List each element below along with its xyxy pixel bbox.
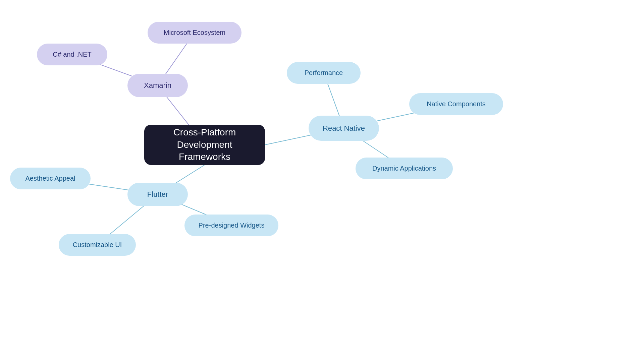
xamarin-node[interactable]: Xamarin [127, 74, 188, 97]
dynamic-applications-node[interactable]: Dynamic Applications [356, 158, 453, 179]
flutter-node[interactable]: Flutter [127, 183, 188, 206]
aesthetic-appeal-node[interactable]: Aesthetic Appeal [10, 168, 91, 189]
native-components-node[interactable]: Native Components [409, 93, 503, 115]
csharp-dotnet-node[interactable]: C# and .NET [37, 44, 107, 65]
predesigned-widgets-node[interactable]: Pre-designed Widgets [184, 215, 278, 236]
react-native-node[interactable]: React Native [309, 116, 379, 141]
performance-node[interactable]: Performance [287, 62, 361, 84]
microsoft-ecosystem-node[interactable]: Microsoft Ecosystem [148, 22, 241, 44]
center-node: Cross-Platform Development Frameworks [144, 125, 265, 165]
customizable-ui-node[interactable]: Customizable UI [59, 234, 136, 256]
